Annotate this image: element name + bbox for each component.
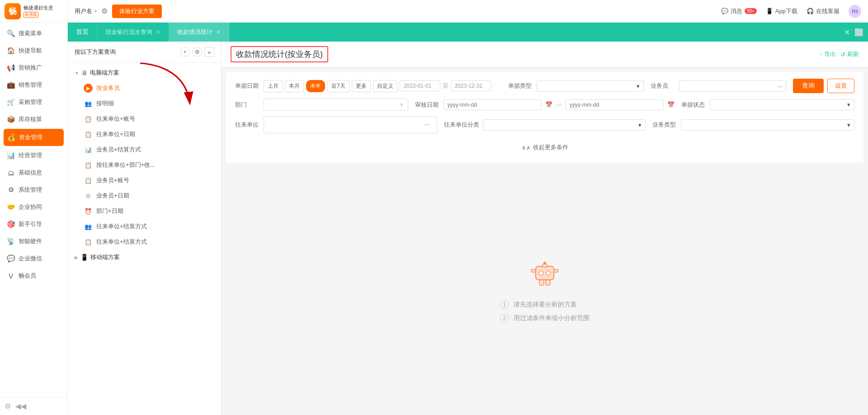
sidebar-item-search[interactable]: 🔍 搜索菜单 <box>0 25 67 42</box>
collapse-icon: ∧∧ <box>522 144 531 151</box>
collapse-more-button[interactable]: ∧∧ 收起更多条件 <box>235 139 854 156</box>
salesman-label: 业务员 <box>651 82 675 90</box>
dept-field: 部门 ▾ <box>235 99 408 111</box>
collapse-sidebar-icon[interactable]: ◀‌‌‌‌◀ <box>15 402 26 410</box>
app-download-button[interactable]: 📱 App下载 <box>766 7 797 15</box>
date-to-input[interactable] <box>451 80 491 91</box>
tab-receipt[interactable]: 收款情况统计 ✕ <box>169 23 229 42</box>
export-button[interactable]: ↑ 导出 <box>820 50 836 58</box>
tab-bank[interactable]: 现金银行流水查询 ✕ <box>97 23 169 42</box>
last-month-btn[interactable]: 上月 <box>264 80 283 92</box>
this-year-btn[interactable]: 本年 <box>306 80 325 92</box>
calendar-icon[interactable]: 📅 <box>545 101 552 108</box>
tab-home[interactable]: 首页 <box>68 23 97 42</box>
export-icon: ↑ <box>820 51 823 58</box>
desktop-group-title[interactable]: ▼ 🖥 电脑端方案 <box>68 65 221 80</box>
business-type-select[interactable]: ▾ <box>681 119 854 131</box>
scheme-item-unit-payment1[interactable]: 👥 往来单位+结算方式 <box>68 219 221 234</box>
bill-type-select[interactable]: ▾ <box>537 80 644 92</box>
collapse-panel-button[interactable]: « <box>204 47 214 57</box>
scheme-item-salesman-payment[interactable]: 📊 业务员+结算方式 <box>68 142 221 157</box>
svg-rect-8 <box>546 280 550 285</box>
scheme-item-salesman-account[interactable]: 📋 业务员+账号 <box>68 173 221 188</box>
mobile-group-title[interactable]: ▶ 📱 移动端方案 <box>68 250 221 265</box>
salesman-field: 业务员 ··· <box>651 80 786 92</box>
last-7days-btn[interactable]: 近7天 <box>327 80 349 92</box>
scheme-item-salesman-date[interactable]: ⚙ 业务员+日期 <box>68 188 221 203</box>
sidebar-item-marketing[interactable]: 📢 营销推广 <box>0 59 67 76</box>
scheme-settings-button[interactable]: ⚙ <box>192 47 202 57</box>
sidebar-item-wechat[interactable]: 💬 企业微信 <box>0 250 67 267</box>
scheme-item-unit-dept[interactable]: 📋 按往来单位+部门+收... <box>68 157 221 173</box>
scheme-item-unit-payment2[interactable]: 📋 往来单位+结算方式 <box>68 234 221 250</box>
scheme-item-unit-date[interactable]: 📋 往来单位+日期 <box>68 127 221 142</box>
review-date-label: 审核日期 <box>415 101 440 109</box>
operation-icon: 📊 <box>7 151 15 160</box>
page-title-box: 收款情况统计(按业务员) <box>231 46 328 62</box>
sidebar-item-system[interactable]: ⚙ 系统管理 <box>0 181 67 198</box>
header-left: 用户名 ▾ ⚙ 体验行业方案 <box>75 5 162 18</box>
panel-header: 按以下方案查询 + ⚙ « <box>68 42 221 63</box>
review-date-from-input[interactable] <box>443 99 542 110</box>
settings-bottom-icon[interactable]: ⚙ <box>5 402 11 410</box>
empty-steps: 1 请先选择要分析的方案 2 用过滤条件来缩小分析范围 <box>500 300 590 327</box>
empty-illustration <box>527 255 563 291</box>
svg-point-4 <box>543 262 546 264</box>
sidebar-item-purchase[interactable]: 🛒 采购管理 <box>0 94 67 111</box>
sidebar-item-shortcut[interactable]: 🏠 快捷导航 <box>0 42 67 59</box>
custom-date-btn[interactable]: 自定义 <box>373 80 397 92</box>
query-button[interactable]: 查询 <box>793 79 824 93</box>
date-button-group: 上月 本月 本年 近7天 更多 自定义 至 <box>264 80 501 92</box>
tab-receipt-close[interactable]: ✕ <box>216 29 221 35</box>
sidebar-item-sales[interactable]: 💼 销售管理 <box>0 76 67 94</box>
review-date-to-input[interactable] <box>566 99 664 110</box>
add-scheme-button[interactable]: + <box>180 47 190 57</box>
user-info: 用户名 ▾ <box>75 7 97 15</box>
scheme-icon: 📋 <box>84 160 93 170</box>
calendar-icon-2[interactable]: 📅 <box>667 101 675 108</box>
settings-button[interactable]: 设置 <box>827 79 854 93</box>
scheme-item-mingxi[interactable]: 👥 按明细 <box>68 96 221 111</box>
scheme-icon: 📋 <box>84 176 93 185</box>
sidebar-item-hardware[interactable]: 📡 智能硬件 <box>0 233 67 250</box>
window-maximize-btn[interactable]: ⬜ <box>854 28 863 37</box>
guide-icon: 🎯 <box>7 220 15 228</box>
header-settings-icon[interactable]: ⚙ <box>101 7 108 15</box>
sidebar-item-guide[interactable]: 🎯 新手引导 <box>0 216 67 233</box>
group-expand-arrow: ▼ <box>75 71 79 75</box>
refresh-button[interactable]: ↺ 刷新 <box>840 50 859 58</box>
partner-category-select[interactable]: ▾ <box>483 119 646 131</box>
messages-button[interactable]: 💬 消息 99+ <box>721 7 757 15</box>
scheme-icon: 📋 <box>84 130 93 139</box>
system-icon: ⚙ <box>7 186 15 194</box>
dept-label: 部门 <box>235 101 260 109</box>
sidebar-item-operation[interactable]: 📊 经营管理 <box>0 147 67 164</box>
scheme-item-unit-account[interactable]: 📋 往来单位+账号 <box>68 111 221 127</box>
scheme-item-salesman[interactable]: ▶ 按业务员 <box>68 80 221 96</box>
window-close-btn[interactable]: ✕ <box>844 28 850 37</box>
salesman-select[interactable]: ··· <box>679 80 786 92</box>
more-date-btn[interactable]: 更多 <box>352 80 371 92</box>
phone-icon: 📱 <box>766 8 773 14</box>
date-from-input[interactable] <box>400 80 440 91</box>
user-dropdown-arrow[interactable]: ▾ <box>94 9 97 14</box>
dept-select[interactable]: ▾ <box>264 99 408 111</box>
user-avatar[interactable]: Rit <box>849 5 861 18</box>
partner-select[interactable]: ··· <box>264 116 437 133</box>
tab-bank-close[interactable]: ✕ <box>156 29 160 35</box>
online-service-button[interactable]: 🎧 在线客服 <box>807 7 840 15</box>
sidebar-item-enterprise[interactable]: 🤝 企业协同 <box>0 198 67 216</box>
refresh-icon: ↺ <box>840 51 845 58</box>
sidebar-item-basic[interactable]: 🗂 基础信息 <box>0 164 67 181</box>
empty-step-1: 1 请先选择要分析的方案 <box>500 300 590 309</box>
sidebar-item-inventory[interactable]: 📦 库存核算 <box>0 111 67 128</box>
scheme-icon: 👥 <box>84 99 93 108</box>
trial-button[interactable]: 体验行业方案 <box>112 5 162 18</box>
left-panel: 按以下方案查询 + ⚙ « ▼ 🖥 电脑端方案 <box>68 42 222 415</box>
bill-status-select[interactable]: ▾ <box>710 99 854 110</box>
this-month-btn[interactable]: 本月 <box>285 80 304 92</box>
sidebar-item-member[interactable]: V 畅会员 <box>0 267 67 284</box>
scheme-item-dept-date[interactable]: ⏰ 部门+日期 <box>68 203 221 219</box>
sidebar-item-finance[interactable]: 💰 资金管理 <box>4 129 64 146</box>
header-right: 💬 消息 99+ 📱 App下载 🎧 在线客服 Rit <box>721 5 861 18</box>
